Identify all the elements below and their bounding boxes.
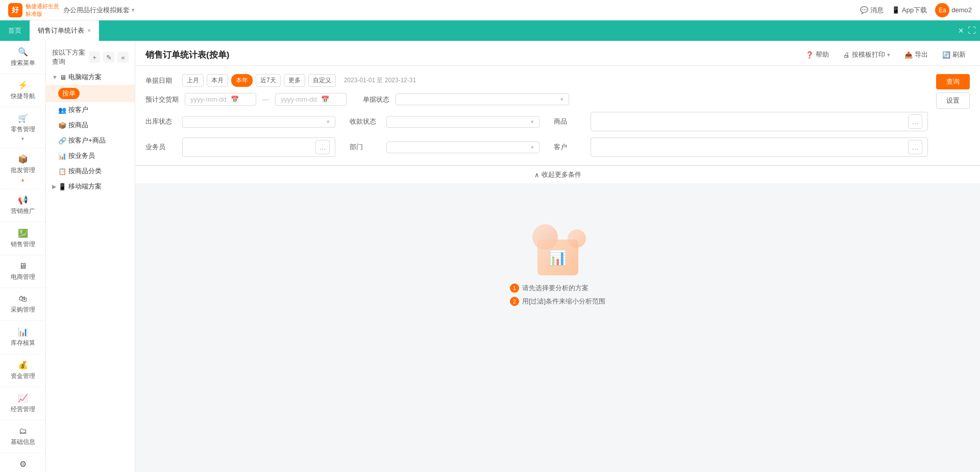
sidebar-item-finance[interactable]: 💰 资金管理 <box>0 354 45 387</box>
help-btn[interactable]: ❓ 帮助 <box>801 48 833 61</box>
main-layout: 🔍 搜索菜单 ⚡ 快捷导航 🛒 零售管理 ▾ 📦 批发管理 ▴ 📢 营销推广 💹… <box>0 41 980 472</box>
tab-home[interactable]: 首页 <box>0 20 30 41</box>
tab-close-btn[interactable]: × <box>87 27 91 34</box>
collapse-icon: ∧ <box>534 171 540 179</box>
salesperson-ellipsis-btn[interactable]: … <box>315 140 330 154</box>
topbar: 好 畅捷通好生意 标准版 办公用品行业模拟账套 ▾ 💬 消息 📱 App下载 E… <box>0 0 980 20</box>
sidebar-item-inventory[interactable]: 📊 库存核算 <box>0 321 45 354</box>
export-icon: 📤 <box>904 51 913 59</box>
tab-maximize-btn[interactable]: ⛶ <box>968 26 976 35</box>
tip-num-1: 1 <box>510 284 519 293</box>
collapse-panel-btn[interactable]: « <box>117 52 129 63</box>
sidebar-item-ecommerce[interactable]: 🖥 电商管理 <box>0 255 45 288</box>
tree-mobile-solutions[interactable]: ▶ 📱 移动端方案 <box>46 179 135 194</box>
filter-row-status: 出库状态 ▾ 收款状态 ▾ 商品 … <box>145 112 928 131</box>
customer-label: 客户 <box>554 143 584 152</box>
status-select[interactable]: ▾ <box>396 93 569 105</box>
tree-by-customer-product[interactable]: 🔗 按客户+商品 <box>46 133 135 148</box>
customer-select[interactable]: … <box>591 137 928 157</box>
tree-pc-solutions[interactable]: ▼ 🖥 电脑端方案 <box>46 69 135 85</box>
sidebar-item-purchase[interactable]: 🛍 采购管理 <box>0 288 45 321</box>
settings-btn[interactable]: 设置 <box>936 92 970 109</box>
sidebar-item-retail[interactable]: 🛒 零售管理 ▾ <box>0 107 45 148</box>
salesperson-select[interactable]: … <box>182 137 335 157</box>
tree-product-icon: 📦 <box>58 122 66 129</box>
search-icon: 🔍 <box>18 47 28 57</box>
avatar: Ea <box>935 3 949 17</box>
product-ellipsis-btn[interactable]: … <box>908 114 922 129</box>
message-btn[interactable]: 💬 消息 <box>860 6 884 15</box>
empty-illustration: 📊 <box>527 224 589 275</box>
active-badge: 按单 <box>58 88 80 99</box>
tree-by-customer[interactable]: 👥 按客户 <box>46 102 135 117</box>
tree-by-product[interactable]: 📦 按商品 <box>46 117 135 133</box>
topbar-left: 好 畅捷通好生意 标准版 办公用品行业模拟账套 ▾ <box>8 3 135 17</box>
sidebar-item-quicknav[interactable]: ⚡ 快捷导航 <box>0 74 45 107</box>
inventory-icon: 📊 <box>18 327 28 337</box>
sales-icon: 💹 <box>18 228 28 238</box>
date-placeholder-end: yyyy-mm-dd <box>281 96 317 103</box>
customer-ellipsis-btn[interactable]: … <box>908 140 922 154</box>
edit-scheme-btn[interactable]: ✎ <box>103 52 114 63</box>
date-more-btn[interactable]: 更多 <box>284 74 305 87</box>
dropdown-icon: ▾ <box>132 7 135 13</box>
finance-icon: 💰 <box>18 360 28 370</box>
download-icon: 📱 <box>892 6 900 14</box>
left-panel-header: 按以下方案查询 + ✎ « <box>46 45 135 69</box>
dept-dropdown-icon: ▾ <box>531 144 534 151</box>
sidebar-item-base[interactable]: 🗂 基础信息 <box>0 420 45 453</box>
tree-category-icon: 📋 <box>58 168 66 175</box>
tab-close-window-btn[interactable]: × <box>958 26 964 36</box>
search-btn[interactable]: 查询 <box>936 74 970 89</box>
filter-area: 单据日期 上月 本月 本年 近7天 更多 自定义 2023-01-01 至 20… <box>135 66 980 166</box>
filter-row-expected: 预计交货期 yyyy-mm-dd 📅 — yyyy-mm-dd 📅 单据状态 <box>145 93 928 106</box>
tree-by-category[interactable]: 📋 按商品分类 <box>46 163 135 179</box>
sidebar-item-operation[interactable]: 📈 经营管理 <box>0 387 45 420</box>
tree-salesperson-icon: 📊 <box>58 152 66 160</box>
date-custom-btn[interactable]: 自定义 <box>308 74 336 87</box>
tree-customer-icon: 👥 <box>58 106 66 114</box>
product-select[interactable]: … <box>591 112 928 131</box>
left-panel: 按以下方案查询 + ✎ « ▼ 🖥 电脑端方案 按单 👥 按客户 📦 按商品 🔗… <box>46 41 135 472</box>
salesperson-label: 业务员 <box>145 143 176 152</box>
date-buttons: 上月 本月 本年 近7天 更多 自定义 <box>182 74 336 87</box>
tree-by-salesperson[interactable]: 📊 按业务员 <box>46 148 135 163</box>
user-profile[interactable]: Ea demo2 <box>935 3 972 17</box>
empty-tip-2: 2 用[过滤]条件来缩小分析范围 <box>510 297 605 306</box>
sidebar-item-sales[interactable]: 💹 销售管理 <box>0 222 45 255</box>
app-title[interactable]: 办公用品行业模拟账套 ▾ <box>63 6 135 15</box>
tab-sales-order-stats[interactable]: 销售订单统计表 × <box>30 20 99 41</box>
operation-icon: 📈 <box>18 393 28 403</box>
expected-date-start-input[interactable]: yyyy-mm-dd 📅 <box>185 93 256 106</box>
base-icon: 🗂 <box>19 427 27 436</box>
sidebar-item-wholesale[interactable]: 📦 批发管理 ▴ <box>0 148 45 189</box>
export-btn[interactable]: 📤 导出 <box>900 48 932 61</box>
date-this-month-btn[interactable]: 本月 <box>207 74 228 87</box>
sidebar-item-marketing[interactable]: 📢 营销推广 <box>0 189 45 222</box>
calendar-icon-start: 📅 <box>231 96 239 103</box>
date-last-month-btn[interactable]: 上月 <box>182 74 204 87</box>
sidebar-item-system[interactable]: ⚙ 系统管理 <box>0 453 45 472</box>
search-actions: 查询 设置 <box>936 74 970 109</box>
app-download-btn[interactable]: 📱 App下载 <box>892 6 927 15</box>
tip-num-2: 2 <box>510 297 519 306</box>
topbar-right: 💬 消息 📱 App下载 Ea demo2 <box>860 3 972 17</box>
print-btn[interactable]: 🖨 按模板打印 ▾ <box>839 48 894 61</box>
payment-status-select[interactable]: ▾ <box>386 116 540 128</box>
tree-pc-icon: 🖥 <box>60 74 66 81</box>
refresh-btn[interactable]: 🔄 刷新 <box>938 48 970 61</box>
department-select[interactable]: ▾ <box>386 141 540 153</box>
logo[interactable]: 好 畅捷通好生意 标准版 <box>8 3 59 17</box>
expected-date-end-input[interactable]: yyyy-mm-dd 📅 <box>275 93 347 106</box>
header-actions: ❓ 帮助 🖨 按模板打印 ▾ 📤 导出 🔄 刷新 <box>801 48 970 61</box>
date-this-year-btn[interactable]: 本年 <box>231 74 253 87</box>
collapse-bar[interactable]: ∧ 收起更多条件 <box>135 166 980 183</box>
empty-tips: 1 请先选择要分析的方案 2 用[过滤]条件来缩小分析范围 <box>510 284 605 306</box>
add-scheme-btn[interactable]: + <box>89 52 100 63</box>
out-status-select[interactable]: ▾ <box>182 116 335 128</box>
sidebar-item-search[interactable]: 🔍 搜索菜单 <box>0 41 45 74</box>
help-icon: ❓ <box>805 51 814 59</box>
department-label: 部门 <box>350 143 380 152</box>
tree-by-order[interactable]: 按单 <box>46 85 135 102</box>
date-last7-btn[interactable]: 近7天 <box>256 74 281 87</box>
